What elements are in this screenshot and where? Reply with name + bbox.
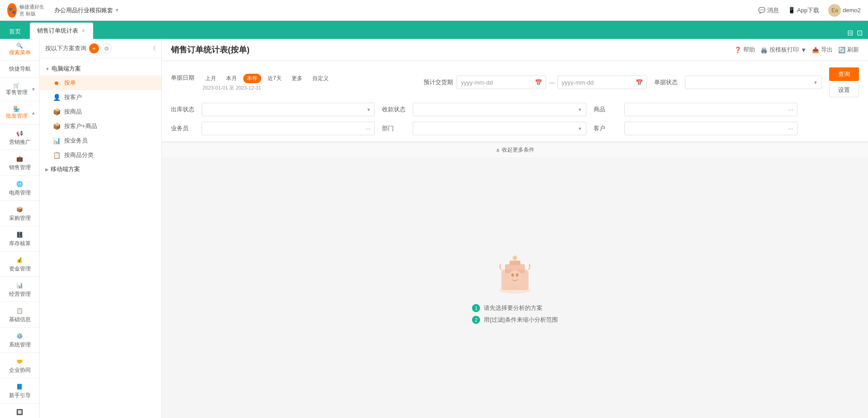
base-label: 基础信息 bbox=[9, 316, 31, 323]
dept-select[interactable]: ▼ bbox=[413, 122, 586, 135]
tree-item-by-customer-goods[interactable]: 📦 按客户+商品 bbox=[40, 119, 161, 133]
add-scheme-btn[interactable]: + bbox=[89, 43, 99, 53]
status-select[interactable]: ▼ bbox=[685, 76, 822, 89]
marketing-icon: 📢 bbox=[16, 130, 23, 137]
settings-icon: ⚙ bbox=[104, 45, 109, 52]
date-separator: — bbox=[549, 79, 555, 86]
tab-home-label: 首页 bbox=[9, 28, 21, 36]
sidebar: 🔍 搜索菜单 快捷导航 🛒 零售管理 ▼ 🏪 批发管理 ▲ 📢 营销推广 💼 bbox=[0, 39, 40, 418]
user-area[interactable]: Ea demo2 bbox=[828, 4, 861, 17]
forecast-date-to[interactable]: yyyy-mm-dd 📅 bbox=[557, 76, 647, 89]
date-btn-7days[interactable]: 近7天 bbox=[264, 74, 285, 83]
tree-item-by-goods[interactable]: 📦 按商品 bbox=[40, 104, 161, 119]
tree-group-mobile-header[interactable]: ▶ 移动端方案 bbox=[40, 162, 161, 176]
date-btn-this-month[interactable]: 本月 bbox=[222, 74, 241, 83]
sidebar-item-finance[interactable]: 💰 资金管理 bbox=[0, 252, 39, 277]
tab-active-label: 销售订单统计表 bbox=[37, 27, 78, 35]
right-panel: 销售订单统计表(按单) ❓ 帮助 🖨️ 按模板打印 ▼ 📤 导出 bbox=[162, 39, 868, 418]
tree-group-arrow-icon: ▼ bbox=[45, 66, 50, 71]
page-header: 销售订单统计表(按单) ❓ 帮助 🖨️ 按模板打印 ▼ 📤 导出 bbox=[162, 39, 868, 61]
finance-icon: 💰 bbox=[16, 257, 23, 263]
sidebar-item-inventory[interactable]: 🗄️ 库存核算 bbox=[0, 226, 39, 252]
tip-text-2: 用[过滤]条件来缩小分析范围 bbox=[484, 316, 557, 324]
empty-tip-1: 1 请先选择要分析的方案 bbox=[472, 304, 557, 312]
sidebar-item-ops[interactable]: 📊 经营管理 bbox=[0, 277, 39, 302]
tree-item-customer-label: 按客户 bbox=[64, 93, 82, 101]
svg-rect-6 bbox=[509, 261, 520, 265]
template-print-btn[interactable]: 🖨️ 按模板打印 ▼ bbox=[760, 46, 807, 54]
app-download-btn[interactable]: 📱 App下载 bbox=[788, 6, 819, 14]
workspace-selector[interactable]: 办公用品行业模拟账套 ▼ bbox=[54, 6, 119, 14]
wholesale-label: 批发管理 bbox=[6, 112, 28, 120]
tree-item-by-staff[interactable]: 📊 按业务员 bbox=[40, 133, 161, 148]
shortcut-label: 快捷导航 bbox=[9, 66, 31, 72]
sidebar-item-wholesale[interactable]: 🏪 批发管理 ▲ bbox=[0, 101, 39, 125]
date-btn-more[interactable]: 更多 bbox=[288, 74, 306, 83]
tree-item-by-category[interactable]: 📋 按商品分类 bbox=[40, 148, 161, 162]
tree-group-desktop-header[interactable]: ▼ 电脑端方案 bbox=[40, 62, 161, 76]
settings-scheme-btn[interactable]: ⚙ bbox=[102, 43, 112, 53]
tab-active[interactable]: 销售订单统计表 × bbox=[30, 23, 93, 39]
query-btn[interactable]: 查询 bbox=[829, 67, 859, 81]
customer-input[interactable]: ··· bbox=[624, 122, 797, 135]
sidebar-item-system[interactable]: ⚙️ 系统管理 bbox=[0, 328, 39, 353]
date-btn-last-month[interactable]: 上月 bbox=[202, 74, 220, 83]
action-buttons: 查询 设置 bbox=[829, 67, 859, 97]
sidebar-item-purchase[interactable]: 📦 采购管理 bbox=[0, 201, 39, 226]
enterprise-icon: 🤝 bbox=[16, 358, 23, 365]
left-panel-title: 按以下方案查询 bbox=[45, 44, 86, 52]
goods-more-icon: ··· bbox=[788, 106, 793, 113]
date-btn-custom[interactable]: 自定义 bbox=[309, 74, 332, 83]
filter-row-3: 业务员 ··· 部门 ▼ 客户 bbox=[171, 122, 859, 135]
sidebar-item-enterprise[interactable]: 🤝 企业协同 bbox=[0, 353, 39, 378]
customer-more-icon: ··· bbox=[788, 125, 793, 132]
tab-maximize-icon[interactable]: ⊡ bbox=[857, 28, 863, 37]
svg-point-4 bbox=[511, 273, 514, 277]
date-btn-this-year[interactable]: 本年 bbox=[243, 74, 261, 83]
empty-illustration bbox=[488, 252, 542, 297]
message-btn[interactable]: 💬 消息 bbox=[758, 6, 779, 14]
ecommerce-icon: 🌐 bbox=[16, 181, 23, 187]
staff-input[interactable]: ··· bbox=[202, 122, 375, 135]
guide-label: 新手引导 bbox=[9, 392, 31, 399]
left-panel: 按以下方案查询 + ⚙ 《 ▼ 电脑端方案 bbox=[40, 39, 162, 418]
retail-arrow-icon: ▼ bbox=[31, 87, 36, 92]
refresh-btn[interactable]: 🔄 刷新 bbox=[838, 46, 859, 54]
empty-tips: 1 请先选择要分析的方案 2 用[过滤]条件来缩小分析范围 bbox=[472, 304, 557, 324]
sidebar-item-ecommerce[interactable]: 🌐 电商管理 bbox=[0, 176, 39, 201]
pay-arrow-icon: ▼ bbox=[578, 107, 582, 112]
sidebar-item-retail[interactable]: 🛒 零售管理 ▼ bbox=[0, 78, 39, 101]
ship-status-select[interactable]: ▼ bbox=[202, 103, 375, 116]
print-label: 按模板打印 bbox=[769, 46, 799, 54]
sidebar-item-sales[interactable]: 💼 销售管理 bbox=[0, 150, 39, 176]
retail-icon: 🛒 bbox=[13, 82, 20, 89]
collapse-icon: ∧ bbox=[496, 147, 500, 153]
help-icon: ❓ bbox=[734, 47, 741, 53]
sidebar-search[interactable]: 🔍 搜索菜单 bbox=[0, 39, 39, 61]
panel-collapse-btn[interactable]: 《 bbox=[150, 44, 156, 52]
export-btn[interactable]: 📤 导出 bbox=[812, 46, 833, 54]
tree-item-by-customer[interactable]: 👤 按客户 bbox=[40, 90, 161, 104]
tab-home[interactable]: 首页 bbox=[0, 24, 30, 39]
collapse-row[interactable]: ∧ 收起更多条件 bbox=[162, 142, 868, 157]
sidebar-item-marketing[interactable]: 📢 营销推广 bbox=[0, 125, 39, 150]
tree-group-mobile: ▶ 移动端方案 bbox=[40, 162, 161, 176]
sidebar-shortcut[interactable]: 快捷导航 bbox=[0, 61, 39, 78]
tab-minimize-icon[interactable]: ⊟ bbox=[847, 28, 853, 37]
logo-icon: 🐾 bbox=[7, 3, 17, 18]
forecast-date-from[interactable]: yyyy-mm-dd 📅 bbox=[457, 76, 546, 89]
help-btn[interactable]: ❓ 帮助 bbox=[734, 46, 755, 54]
print-chevron-icon: ▼ bbox=[801, 47, 807, 53]
sidebar-item-base[interactable]: 📋 基础信息 bbox=[0, 302, 39, 328]
finance-label: 资金管理 bbox=[9, 265, 31, 273]
goods-input[interactable]: ··· bbox=[624, 103, 797, 116]
sidebar-item-guide[interactable]: 📘 新手引导 bbox=[0, 378, 39, 404]
tree-item-by-order[interactable]: 按单 bbox=[40, 76, 161, 90]
tab-close-icon[interactable]: × bbox=[81, 27, 86, 35]
tree-item-goods-icon: 📦 bbox=[52, 108, 61, 115]
left-panel-header: 按以下方案查询 + ⚙ 《 bbox=[40, 39, 161, 58]
svg-point-5 bbox=[516, 273, 519, 277]
sidebar-item-apps[interactable]: 🔲 应用中心 bbox=[0, 404, 39, 418]
settings-btn[interactable]: 设置 bbox=[829, 83, 859, 97]
pay-status-select[interactable]: ▼ bbox=[413, 103, 586, 116]
